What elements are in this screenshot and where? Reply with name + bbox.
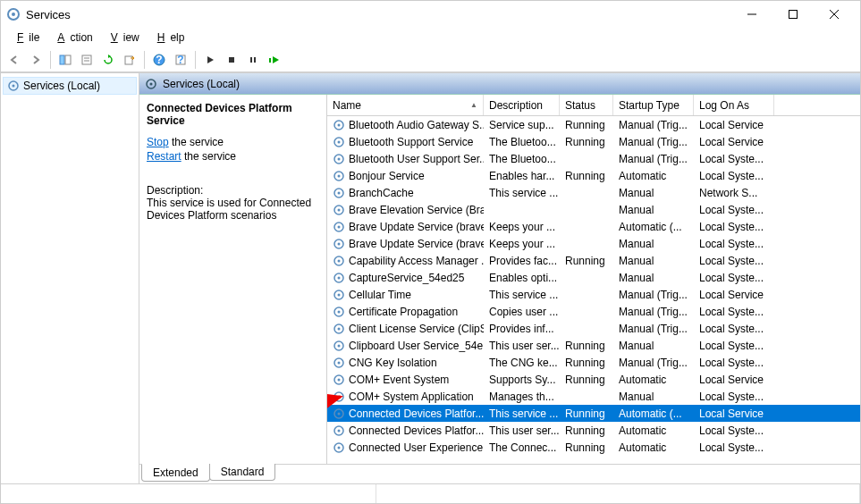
svg-point-27 (338, 140, 341, 143)
svg-rect-6 (60, 55, 64, 64)
menubar: File Action View Help (1, 28, 860, 47)
service-row[interactable]: Certificate PropagationCopies user ...Ma… (327, 303, 860, 320)
svg-point-39 (338, 242, 341, 245)
svg-point-51 (338, 344, 341, 347)
svg-rect-19 (269, 58, 271, 63)
service-row[interactable]: Clipboard User Service_54e...This user s… (327, 337, 860, 354)
titlebar: Services (1, 1, 860, 28)
svg-point-21 (13, 85, 15, 88)
right-pane-header: Services (Local) (139, 73, 860, 95)
svg-rect-11 (125, 56, 132, 64)
sort-asc-icon: ▲ (470, 101, 477, 109)
service-row[interactable]: Connected Devices Platfor...This user se… (327, 422, 860, 439)
service-row[interactable]: Cellular TimeThis service ...Manual (Tri… (327, 286, 860, 303)
svg-point-35 (338, 208, 341, 211)
service-row[interactable]: Client License Service (ClipS...Provides… (327, 320, 860, 337)
menu-help[interactable]: Help (147, 29, 190, 46)
selected-service-title: Connected Devices Platform Service (147, 102, 319, 127)
svg-point-37 (338, 225, 341, 228)
svg-point-33 (338, 191, 341, 194)
column-description[interactable]: Description (484, 95, 560, 115)
properties-button[interactable] (77, 50, 97, 70)
svg-point-25 (338, 123, 341, 126)
svg-point-43 (338, 276, 341, 279)
workarea: Services (Local) Services (Local) Connec… (1, 72, 860, 483)
service-row[interactable]: CNG Key IsolationThe CNG ke...RunningMan… (327, 354, 860, 371)
svg-rect-3 (789, 11, 798, 19)
restart-service-button[interactable] (265, 50, 284, 70)
column-startup-type[interactable]: Startup Type (613, 95, 694, 115)
tree-node-label: Services (Local) (23, 80, 100, 92)
svg-rect-7 (65, 55, 71, 64)
gear-icon (145, 78, 157, 90)
service-row[interactable]: Bonjour ServiceEnables har...RunningAuto… (327, 167, 860, 184)
service-row[interactable]: Brave Update Service (brave)Keeps your .… (327, 218, 860, 235)
svg-point-49 (338, 327, 341, 330)
back-button[interactable] (4, 50, 24, 70)
close-button[interactable] (814, 1, 855, 28)
svg-rect-18 (254, 57, 256, 63)
help-topics-button[interactable]: ? (171, 50, 190, 70)
svg-rect-17 (250, 57, 252, 63)
pause-service-button[interactable] (243, 50, 263, 70)
services-app-icon (6, 7, 21, 21)
window-title: Services (26, 8, 731, 21)
svg-rect-8 (82, 55, 91, 64)
service-row[interactable]: COM+ Event SystemSupports Sy...RunningAu… (327, 371, 860, 388)
svg-point-41 (338, 259, 341, 262)
service-row[interactable]: Brave Elevation Service (Bra...ManualLoc… (327, 201, 860, 218)
svg-rect-16 (229, 57, 234, 63)
description-text: This service is used for Connected Devic… (147, 197, 319, 222)
export-button[interactable] (120, 50, 139, 70)
svg-point-29 (338, 157, 341, 160)
service-row[interactable]: Bluetooth Audio Gateway S...Service sup.… (327, 116, 860, 133)
right-pane: Services (Local) Connected Devices Platf… (139, 73, 860, 483)
svg-point-53 (338, 361, 341, 364)
column-status[interactable]: Status (560, 95, 613, 115)
service-row[interactable]: Bluetooth User Support Ser...The Bluetoo… (327, 150, 860, 167)
maximize-button[interactable] (772, 1, 814, 28)
minimize-button[interactable] (731, 1, 772, 28)
service-row[interactable]: BranchCacheThis service ...ManualNetwork… (327, 184, 860, 201)
start-service-button[interactable] (200, 50, 220, 70)
service-row[interactable]: Capability Access Manager ...Provides fa… (327, 252, 860, 269)
list-header: Name▲ Description Status Startup Type Lo… (327, 95, 860, 116)
forward-button[interactable] (26, 50, 46, 70)
menu-file[interactable]: File (6, 29, 45, 46)
column-log-on-as[interactable]: Log On As (694, 95, 774, 115)
service-row[interactable]: Connected User Experience...The Connec..… (327, 439, 860, 456)
tree-node-services-local[interactable]: Services (Local) (3, 77, 137, 95)
left-tree-pane: Services (Local) (1, 73, 139, 483)
svg-point-1 (12, 13, 15, 16)
svg-point-63 (338, 446, 341, 449)
toolbar: ? ? (1, 47, 860, 72)
show-hide-tree-button[interactable] (55, 50, 75, 70)
svg-point-45 (338, 293, 341, 296)
tab-extended[interactable]: Extended (141, 464, 210, 482)
service-row[interactable]: Bluetooth Support ServiceThe Bluetoo...R… (327, 133, 860, 150)
svg-point-61 (338, 429, 341, 432)
view-tabs: Extended Standard (139, 464, 860, 483)
service-row[interactable]: CaptureService_54ed25Enables opti...Manu… (327, 269, 860, 286)
svg-point-57 (338, 395, 341, 398)
tab-standard[interactable]: Standard (209, 464, 276, 481)
service-info-pane: Connected Devices Platform Service Stop … (139, 95, 327, 464)
description-heading: Description: (147, 184, 319, 197)
services-list-body[interactable]: Bluetooth Audio Gateway S...Service sup.… (327, 116, 860, 464)
statusbar (1, 483, 860, 503)
help-button[interactable]: ? (149, 50, 169, 70)
menu-view[interactable]: View (100, 29, 145, 46)
service-row[interactable]: COM+ System ApplicationManages th...Manu… (327, 388, 860, 405)
stop-service-button[interactable] (222, 50, 241, 70)
right-pane-title: Services (Local) (163, 78, 240, 90)
svg-point-47 (338, 310, 341, 313)
refresh-button[interactable] (98, 50, 118, 70)
column-name[interactable]: Name▲ (327, 95, 484, 115)
service-row[interactable]: Connected Devices Platfor...This service… (327, 405, 860, 422)
menu-action[interactable]: Action (46, 29, 97, 46)
svg-point-55 (338, 378, 341, 381)
service-row[interactable]: Brave Update Service (brave...Keeps your… (327, 235, 860, 252)
restart-service-link[interactable]: Restart (147, 150, 181, 163)
gear-icon (7, 80, 20, 92)
stop-service-link[interactable]: Stop (147, 136, 169, 148)
